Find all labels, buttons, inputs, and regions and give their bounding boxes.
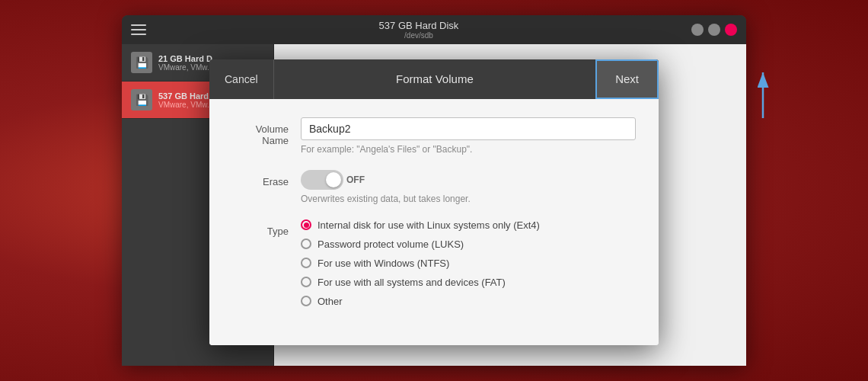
- erase-label: Erase: [232, 170, 301, 187]
- dialog-header: Cancel Format Volume Next: [209, 59, 659, 99]
- toggle-knob: [326, 172, 341, 187]
- volume-name-hint: For example: "Angela's Files" or "Backup…: [301, 144, 636, 155]
- volume-name-row: Volume Name For example: "Angela's Files…: [232, 117, 636, 155]
- toggle-container: OFF: [301, 170, 636, 190]
- erase-content: OFF Overwrites existing data, but takes …: [301, 170, 636, 204]
- dialog-title-area: Format Volume: [274, 59, 596, 99]
- dialog-body: Volume Name For example: "Angela's Files…: [209, 99, 659, 345]
- type-content: Internal disk for use with Linux systems…: [301, 219, 636, 307]
- radio-option-ntfs[interactable]: For use with Windows (NTFS): [301, 258, 636, 269]
- radio-option-luks[interactable]: Password protect volume (LUKS): [301, 239, 636, 250]
- dialog-title: Format Volume: [396, 72, 474, 85]
- radio-option-ext4[interactable]: Internal disk for use with Linux systems…: [301, 219, 636, 231]
- volume-name-input[interactable]: [301, 117, 636, 140]
- volume-name-label: Volume Name: [232, 117, 301, 146]
- radio-group: Internal disk for use with Linux systems…: [301, 219, 636, 307]
- radio-other-label: Other: [318, 296, 343, 307]
- radio-luks-indicator: [301, 239, 311, 249]
- radio-ntfs-label: For use with Windows (NTFS): [318, 258, 449, 269]
- radio-other-indicator: [301, 296, 311, 306]
- radio-ext4-label: Internal disk for use with Linux systems…: [318, 219, 540, 231]
- erase-hint: Overwrites existing data, but takes long…: [301, 194, 636, 204]
- modal-overlay: Cancel Format Volume Next Volume Name Fo…: [0, 0, 868, 381]
- radio-luks-label: Password protect volume (LUKS): [318, 239, 464, 250]
- toggle-off-label: OFF: [346, 174, 365, 185]
- next-button[interactable]: Next: [595, 59, 659, 99]
- arrow-annotation: [740, 65, 786, 126]
- radio-fat-indicator: [301, 277, 311, 287]
- radio-option-fat[interactable]: For use with all systems and devices (FA…: [301, 277, 636, 288]
- cancel-button[interactable]: Cancel: [209, 59, 274, 99]
- volume-name-content: For example: "Angela's Files" or "Backup…: [301, 117, 636, 155]
- erase-row: Erase OFF Overwrites existing data, but …: [232, 170, 636, 204]
- radio-fat-label: For use with all systems and devices (FA…: [318, 277, 506, 288]
- radio-ext4-indicator: [301, 219, 311, 230]
- erase-toggle[interactable]: [301, 170, 343, 190]
- type-label: Type: [232, 219, 301, 237]
- radio-ntfs-indicator: [301, 258, 311, 268]
- type-row: Type Internal disk for use with Linux sy…: [232, 219, 636, 307]
- radio-option-other[interactable]: Other: [301, 296, 636, 307]
- format-volume-dialog: Cancel Format Volume Next Volume Name Fo…: [209, 59, 659, 345]
